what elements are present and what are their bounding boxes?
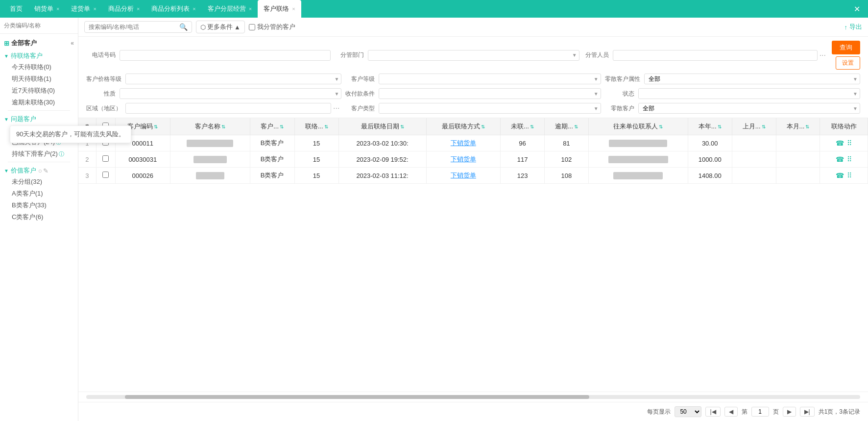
- row-type-1: B类客户: [250, 151, 294, 168]
- arrow-icon-3: ▼: [4, 168, 9, 173]
- my-customers-checkbox[interactable]: [249, 24, 255, 30]
- adv-filter-row-2: 客户价格等级 ▼ 客户等级 ▼ 零散客户属性 全部: [86, 74, 860, 84]
- tab-purchase-order[interactable]: 进货单 ×: [65, 0, 102, 18]
- sidebar-item-a-class[interactable]: A类客户(1): [4, 188, 74, 199]
- price-grade-select[interactable]: [126, 74, 332, 84]
- settings-button[interactable]: 设置: [836, 56, 860, 70]
- cust-type-select[interactable]: [379, 103, 591, 113]
- col-customer-type[interactable]: 客户...⇅: [250, 118, 294, 135]
- scrollbar-thumb[interactable]: [125, 395, 589, 399]
- group-pending-contact[interactable]: ▼ 待联络客户: [4, 50, 74, 61]
- sidebar-search-input[interactable]: [4, 22, 77, 29]
- search-icon[interactable]: 🔍: [179, 23, 188, 31]
- row-no-contact-2: 123: [501, 168, 545, 184]
- col-name[interactable]: 客户名称⇅: [170, 118, 250, 135]
- col-this-month[interactable]: 本月...⇅: [776, 118, 820, 135]
- close-window-icon[interactable]: ✕: [850, 4, 864, 14]
- more-conditions-btn[interactable]: ⬡ 更多条件 ▲: [196, 21, 245, 33]
- all-customers-title[interactable]: ⊞ 全部客户 «: [4, 37, 74, 50]
- page-last-btn[interactable]: ▶|: [800, 407, 815, 417]
- sort-code-icon: ⇅: [154, 124, 158, 129]
- col-last-date[interactable]: 最后联络日期⇅: [338, 118, 426, 135]
- col-last-method[interactable]: 最后联络方式⇅: [426, 118, 501, 135]
- col-unit-contact[interactable]: 往来单位联系人⇅: [588, 118, 688, 135]
- sort-type-icon: ⇅: [280, 124, 284, 129]
- close-tab-4[interactable]: ×: [193, 6, 195, 12]
- region-input[interactable]: [125, 103, 331, 114]
- sort-name-icon: ⇅: [221, 124, 225, 129]
- dept-label: 分管部门: [335, 51, 364, 59]
- col-last-month[interactable]: 上月...⇅: [732, 118, 776, 135]
- action-more-icon-0[interactable]: ⠿: [847, 139, 852, 147]
- sidebar-item-today-contact[interactable]: 今天待联络(0): [4, 61, 74, 73]
- sidebar-item-7day-contact[interactable]: 近7天待联络(0): [4, 85, 74, 97]
- phone-input[interactable]: [120, 50, 331, 61]
- page-next-btn[interactable]: ▶: [783, 407, 796, 417]
- sidebar-item-tomorrow-contact[interactable]: 明天待联络(1): [4, 73, 74, 85]
- tab-customer-contact[interactable]: 客户联络 ×: [258, 0, 301, 18]
- row-no-contact-1: 117: [501, 151, 545, 168]
- nature-label: 性质: [86, 90, 116, 98]
- tab-product-analysis-list[interactable]: 商品分析列表 ×: [145, 0, 201, 18]
- sort-contact-icon: ⇅: [324, 124, 328, 129]
- tab-home[interactable]: 首页: [4, 0, 28, 18]
- col-actions: 联络动作: [820, 118, 868, 135]
- col-overdue[interactable]: 逾期...⇅: [544, 118, 588, 135]
- scrollbar-track[interactable]: [86, 395, 860, 399]
- action-more-icon-2[interactable]: ⠿: [847, 172, 852, 179]
- row-method-link-1[interactable]: 下销货单: [451, 155, 476, 163]
- close-tab-5[interactable]: ×: [249, 6, 252, 12]
- nature-select[interactable]: [120, 89, 332, 99]
- price-grade-field: 客户价格等级 ▼: [86, 74, 341, 84]
- zero-attr-select[interactable]: 全部: [645, 74, 851, 84]
- page-first-btn[interactable]: |◀: [705, 407, 720, 417]
- status-select[interactable]: [639, 89, 851, 99]
- sidebar-item-b-class[interactable]: B类客户(33): [4, 199, 74, 211]
- action-call-icon-1[interactable]: ☎: [836, 155, 844, 163]
- page-prev-btn[interactable]: ◀: [724, 407, 738, 417]
- page-input[interactable]: [751, 407, 769, 417]
- add-group-icon[interactable]: ○: [38, 167, 42, 174]
- tab-sales-order[interactable]: 销货单 ×: [28, 0, 65, 18]
- sidebar-item-overdue-contact[interactable]: 逾期未联络(30): [4, 97, 74, 108]
- group-value-customer[interactable]: ▼ 价值客户 ○ ✎: [4, 164, 74, 176]
- close-tab-1[interactable]: ×: [56, 6, 59, 12]
- export-btn[interactable]: ↑ 导出: [844, 23, 863, 31]
- sidebar-item-ungrouped[interactable]: 未分组(32): [4, 176, 74, 188]
- close-tab-2[interactable]: ×: [93, 6, 96, 12]
- collapse-icon[interactable]: «: [71, 40, 74, 47]
- row-method-link-2[interactable]: 下销货单: [451, 172, 476, 179]
- col-no-contact[interactable]: 未联...⇅: [501, 118, 545, 135]
- sort-last-month-icon: ⇅: [762, 124, 766, 129]
- action-call-icon-2[interactable]: ☎: [836, 172, 844, 179]
- row-checkbox-1[interactable]: [102, 155, 109, 162]
- close-tab-6[interactable]: ×: [292, 6, 295, 12]
- tab-customer-layer[interactable]: 客户分层经营 ×: [202, 0, 258, 18]
- search-input[interactable]: [89, 24, 179, 30]
- horizontal-scrollbar[interactable]: [78, 392, 868, 402]
- close-tab-3[interactable]: ×: [137, 6, 140, 12]
- tab-product-analysis[interactable]: 商品分析 ×: [102, 0, 145, 18]
- col-this-year[interactable]: 本年...⇅: [688, 118, 732, 135]
- group-problem-customer[interactable]: ▼ 问题客户: [4, 113, 74, 124]
- zero-cust-select[interactable]: 全部: [639, 103, 851, 113]
- row-method-link-0[interactable]: 下销货单: [451, 139, 476, 147]
- row-checkbox-2[interactable]: [102, 172, 109, 178]
- sidebar-item-c-class[interactable]: C类客户(6): [4, 211, 74, 223]
- query-button[interactable]: 查询: [832, 41, 860, 54]
- action-call-icon-0[interactable]: ☎: [836, 139, 844, 147]
- cust-grade-select[interactable]: [379, 74, 591, 84]
- zero-attr-arrow: ▼: [851, 76, 860, 82]
- manager-dots[interactable]: ···: [818, 51, 828, 60]
- manager-input[interactable]: [613, 50, 818, 61]
- sidebar-item-declining[interactable]: 持续下滑客户(2) ⓘ: [4, 148, 74, 160]
- region-dots[interactable]: ···: [331, 104, 341, 113]
- action-more-icon-1[interactable]: ⠿: [847, 155, 852, 163]
- per-page-select[interactable]: 20 50 100: [675, 406, 701, 417]
- filter-bar: 🔍 ⬡ 更多条件 ▲ 我分管的客户 ↑ 导出: [78, 18, 868, 37]
- dept-select[interactable]: [368, 50, 570, 60]
- col-contact-count[interactable]: 联络...⇅: [294, 118, 338, 135]
- grid-icon: ⊞: [4, 40, 9, 47]
- payment-select[interactable]: [379, 89, 591, 99]
- edit-group-icon[interactable]: ✎: [43, 167, 48, 174]
